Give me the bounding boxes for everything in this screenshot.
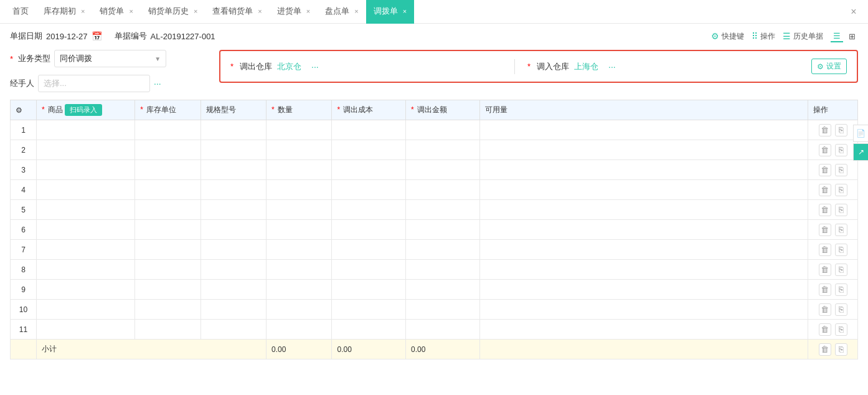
row-delete-icon[interactable]: 🗑 (819, 144, 831, 156)
row-unit[interactable] (135, 220, 200, 240)
shortcut-button[interactable]: ⚙ 快捷键 (711, 31, 744, 42)
row-cost[interactable] (332, 160, 406, 180)
operation-button[interactable]: ⠿ 操作 (752, 31, 775, 42)
row-spec[interactable] (200, 160, 266, 180)
row-cost[interactable] (332, 260, 406, 280)
tab-transfer[interactable]: 调拨单 × (366, 0, 414, 24)
row-spec[interactable] (200, 220, 266, 240)
row-copy-icon[interactable]: ⎘ (835, 323, 847, 336)
row-quantity[interactable] (267, 320, 332, 340)
tab-home[interactable]: 首页 (5, 0, 36, 24)
row-product[interactable] (37, 180, 135, 200)
row-copy-icon[interactable]: ⎘ (835, 303, 847, 316)
row-cost[interactable] (332, 200, 406, 220)
row-available[interactable] (479, 200, 808, 220)
row-amount[interactable] (406, 180, 480, 200)
row-unit[interactable] (135, 140, 200, 160)
row-cost[interactable] (332, 240, 406, 260)
layout-list-icon[interactable]: ☰ (831, 30, 843, 42)
col-header-settings[interactable]: ⚙ (11, 100, 37, 120)
tab-stock-init-close[interactable]: × (81, 7, 85, 15)
close-all-button[interactable]: × (844, 2, 863, 21)
row-spec[interactable] (200, 300, 266, 320)
summary-delete-icon[interactable]: 🗑 (819, 343, 831, 356)
row-cost[interactable] (332, 300, 406, 320)
row-copy-icon[interactable]: ⎘ (835, 244, 847, 256)
row-delete-icon[interactable]: 🗑 (819, 283, 831, 296)
mini-expand-button[interactable]: ↗ (853, 143, 868, 161)
row-available[interactable] (479, 320, 808, 340)
row-product[interactable] (37, 120, 135, 140)
row-spec[interactable] (200, 120, 266, 140)
row-unit[interactable] (135, 300, 200, 320)
row-unit[interactable] (135, 120, 200, 140)
tab-sales-history-close[interactable]: × (194, 7, 197, 15)
tab-transfer-close[interactable]: × (403, 7, 407, 15)
row-available[interactable] (479, 120, 808, 140)
tab-inventory[interactable]: 盘点单 × (318, 0, 366, 24)
row-available[interactable] (479, 260, 808, 280)
row-unit[interactable] (135, 260, 200, 280)
warehouse-settings-button[interactable]: ⚙ 设置 (811, 59, 847, 74)
row-product[interactable] (37, 320, 135, 340)
row-copy-icon[interactable]: ⎘ (835, 224, 847, 236)
business-type-select[interactable]: 同价调拨 ▼ (54, 50, 166, 67)
row-quantity[interactable] (267, 180, 332, 200)
tab-purchase-close[interactable]: × (306, 7, 310, 15)
tab-stock-init[interactable]: 库存期初 × (36, 0, 92, 24)
row-available[interactable] (479, 300, 808, 320)
row-product[interactable] (37, 200, 135, 220)
row-spec[interactable] (200, 200, 266, 220)
row-copy-icon[interactable]: ⎘ (835, 184, 847, 196)
row-delete-icon[interactable]: 🗑 (819, 184, 831, 196)
row-quantity[interactable] (267, 300, 332, 320)
row-available[interactable] (479, 240, 808, 260)
row-unit[interactable] (135, 180, 200, 200)
row-cost[interactable] (332, 320, 406, 340)
row-product[interactable] (37, 300, 135, 320)
row-delete-icon[interactable]: 🗑 (819, 303, 831, 316)
tab-inventory-close[interactable]: × (354, 7, 358, 15)
handler-more-icon[interactable]: ··· (154, 79, 161, 88)
warehouse-in-more-icon[interactable]: ··· (608, 62, 616, 72)
row-spec[interactable] (200, 140, 266, 160)
row-amount[interactable] (406, 300, 480, 320)
row-delete-icon[interactable]: 🗑 (819, 264, 831, 276)
row-cost[interactable] (332, 180, 406, 200)
row-spec[interactable] (200, 180, 266, 200)
row-amount[interactable] (406, 140, 480, 160)
row-product[interactable] (37, 140, 135, 160)
row-delete-icon[interactable]: 🗑 (819, 124, 831, 136)
row-delete-icon[interactable]: 🗑 (819, 204, 831, 216)
row-copy-icon[interactable]: ⎘ (835, 164, 847, 176)
row-delete-icon[interactable]: 🗑 (819, 244, 831, 256)
row-product[interactable] (37, 260, 135, 280)
row-unit[interactable] (135, 160, 200, 180)
history-button[interactable]: ☰ 历史单据 (783, 31, 823, 42)
row-copy-icon[interactable]: ⎘ (835, 204, 847, 216)
row-amount[interactable] (406, 320, 480, 340)
tab-purchase[interactable]: 进货单 × (270, 0, 318, 24)
row-available[interactable] (479, 280, 808, 300)
row-spec[interactable] (200, 320, 266, 340)
row-product[interactable] (37, 220, 135, 240)
row-spec[interactable] (200, 240, 266, 260)
layout-grid-icon[interactable]: ⊞ (846, 30, 858, 42)
row-delete-icon[interactable]: 🗑 (819, 323, 831, 336)
row-spec[interactable] (200, 280, 266, 300)
row-amount[interactable] (406, 240, 480, 260)
calendar-icon[interactable]: 📅 (92, 31, 102, 41)
tab-view-sales-close[interactable]: × (258, 7, 262, 15)
row-product[interactable] (37, 240, 135, 260)
row-quantity[interactable] (267, 260, 332, 280)
tab-sales-history[interactable]: 销货单历史 × (141, 0, 205, 24)
row-quantity[interactable] (267, 160, 332, 180)
row-copy-icon[interactable]: ⎘ (835, 144, 847, 156)
row-available[interactable] (479, 180, 808, 200)
row-unit[interactable] (135, 280, 200, 300)
row-quantity[interactable] (267, 280, 332, 300)
row-quantity[interactable] (267, 140, 332, 160)
row-spec[interactable] (200, 260, 266, 280)
row-cost[interactable] (332, 140, 406, 160)
row-copy-icon[interactable]: ⎘ (835, 264, 847, 276)
